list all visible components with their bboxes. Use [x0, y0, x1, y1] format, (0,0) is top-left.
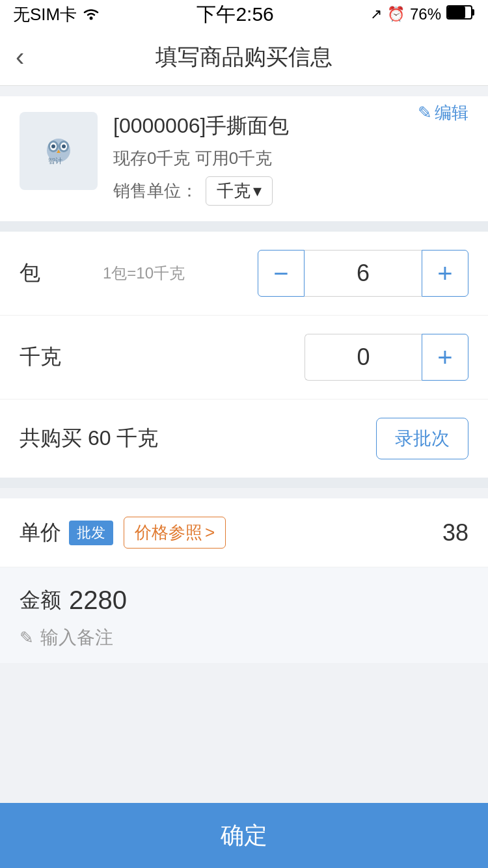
svg-rect-3: [448, 7, 465, 18]
svg-text:智计: 智计: [48, 157, 62, 165]
package-input-row: 包 1包=10千克 − +: [0, 232, 488, 316]
price-ref-label: 价格参照: [135, 521, 202, 544]
kg-value-input[interactable]: [305, 334, 422, 381]
product-logo: 智计: [39, 128, 78, 174]
nav-bar: ‹ 填写商品购买信息: [0, 29, 488, 86]
battery-icon: [446, 5, 475, 23]
kg-label: 千克: [20, 343, 98, 372]
price-label: 单价: [20, 519, 61, 547]
price-tag: 批发: [69, 521, 113, 545]
product-thumbnail: 智计: [20, 112, 98, 190]
section-divider-1: [0, 221, 488, 232]
amount-label: 金额: [20, 586, 61, 615]
unit-value: 千克: [217, 180, 251, 202]
package-label: 包: [20, 259, 98, 288]
package-minus-button[interactable]: −: [258, 250, 305, 297]
back-button[interactable]: ‹: [16, 42, 24, 72]
dropdown-arrow: ▾: [253, 181, 262, 201]
confirm-label: 确定: [221, 820, 267, 852]
confirm-button[interactable]: 确定: [0, 803, 488, 868]
kg-plus-button[interactable]: +: [422, 334, 468, 381]
batch-button[interactable]: 录批次: [376, 418, 468, 459]
package-sublabel: 1包=10千克: [103, 263, 185, 284]
package-plus-button[interactable]: +: [422, 250, 468, 297]
kg-controls: +: [305, 334, 468, 381]
price-ref-button[interactable]: 价格参照 >: [124, 517, 226, 549]
alarm-icon: ⏰: [387, 6, 405, 23]
package-value-input[interactable]: [305, 250, 422, 297]
unit-label: 销售单位：: [113, 180, 198, 202]
remark-placeholder: 输入备注: [40, 625, 113, 650]
edit-icon: ✎: [418, 103, 432, 123]
product-unit-row: 销售单位： 千克 ▾: [113, 176, 468, 206]
status-left: 无SIM卡: [13, 3, 100, 26]
kg-input-row: 千克 +: [0, 316, 488, 400]
product-info: [0000006]手撕面包 现存0千克 可用0千克 销售单位： 千克 ▾: [113, 112, 468, 206]
battery-percent: 76%: [410, 5, 441, 23]
amount-value: 2280: [69, 586, 127, 615]
summary-text: 共购买 60 千克: [20, 424, 158, 453]
bottom-spacer: [0, 663, 488, 803]
svg-point-10: [62, 144, 66, 148]
carrier-label: 无SIM卡: [13, 3, 77, 26]
pencil-icon: ✎: [20, 628, 34, 648]
price-value: 38: [442, 519, 468, 547]
remark-row[interactable]: ✎ 输入备注: [20, 625, 468, 650]
package-controls: − +: [258, 250, 468, 297]
status-right: ↗ ⏰ 76%: [370, 5, 475, 23]
price-ref-arrow: >: [205, 522, 215, 543]
section-divider-2: [0, 478, 488, 488]
product-stock: 现存0千克 可用0千克: [113, 147, 468, 170]
unit-dropdown[interactable]: 千克 ▾: [206, 176, 273, 206]
amount-row: 金额 2280: [20, 586, 468, 615]
amount-section: 金额 2280 ✎ 输入备注: [0, 567, 488, 663]
wifi-icon: [82, 5, 100, 25]
summary-row: 共购买 60 千克 录批次: [0, 400, 488, 478]
svg-point-0: [90, 16, 93, 20]
svg-rect-2: [472, 9, 474, 16]
time-label: 下午2:56: [197, 1, 273, 28]
edit-button[interactable]: ✎ 编辑: [418, 102, 468, 124]
product-name: [0000006]手撕面包: [113, 112, 468, 141]
price-section: 单价 批发 价格参照 > 38: [0, 498, 488, 567]
price-row: 单价 批发 价格参照 > 38: [0, 498, 488, 567]
summary-prefix: 共购买: [20, 426, 88, 450]
edit-label: 编辑: [435, 102, 468, 124]
location-icon: ↗: [370, 6, 382, 23]
package-input-section: 包 1包=10千克 − + 千克 +: [0, 232, 488, 400]
product-card: 智计 [0000006]手撕面包 现存0千克 可用0千克 销售单位： 千克 ▾ …: [0, 86, 488, 221]
summary-amount: 60: [88, 426, 116, 450]
page-title: 填写商品购买信息: [156, 42, 332, 72]
summary-unit: 千克: [116, 426, 158, 450]
status-bar: 无SIM卡 下午2:56 ↗ ⏰ 76%: [0, 0, 488, 29]
svg-point-9: [51, 144, 55, 148]
